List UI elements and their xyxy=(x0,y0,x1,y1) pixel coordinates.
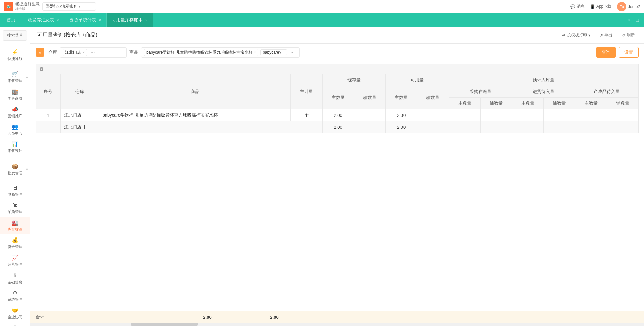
sidebar-item-quick-nav-label: 快捷导航 xyxy=(8,56,22,61)
col-warehouse: 仓库 xyxy=(60,74,99,109)
sidebar-item-ecommerce[interactable]: 🖥 电商管理 xyxy=(0,182,30,199)
cell-warehouse: 江北门店 xyxy=(60,109,99,121)
warehouse-filter-dots[interactable]: ··· xyxy=(89,49,96,55)
sidebar-search-btn[interactable]: 搜索菜单 xyxy=(3,30,27,41)
top-bar-right: 💬 消息 📱 App下载 Ea demo2 xyxy=(570,2,640,11)
col-purchase-aux: 辅数量 xyxy=(480,98,512,109)
window-maximize-btn[interactable]: □ xyxy=(635,17,640,23)
scrollbar-thumb[interactable] xyxy=(131,323,198,326)
table-area: ⚙ 序号 仓库 商品 主计量 现存量 可用量 预计入库量 主数量 辅数 xyxy=(30,61,644,311)
cell-stock-main: 2.00 xyxy=(322,109,354,121)
query-btn[interactable]: 查询 xyxy=(596,47,616,58)
sidebar-item-retail-stats[interactable]: 📊 零售统计 xyxy=(0,138,30,156)
sidebar: 搜索菜单 ⚡ 快捷导航 🛒 零售管理 ▲ 🏬 零售商城 📣 营销推广 xyxy=(0,27,30,326)
warehouse-tag-close[interactable]: × xyxy=(83,50,85,54)
cell-purchase-main xyxy=(449,109,480,121)
sidebar-item-quick-nav[interactable]: ⚡ 快捷导航 xyxy=(0,46,30,64)
content-area: 可用量查询(按仓库+商品) 🖨 按模板打印 ▾ ↗ 导出 ↻ 刷新 xyxy=(30,27,644,326)
goods-tag-1[interactable]: babycare学饮杯 儿童防摔防撞吸管杯重力球吸嘴杯宝宝水杯 × xyxy=(144,49,258,56)
settings-btn[interactable]: 设置 xyxy=(619,47,639,58)
enterprise-coop-icon: 🤝 xyxy=(12,307,18,314)
sidebar-retail-section: 🛒 零售管理 ▲ 🏬 零售商城 📣 营销推广 👥 会员中心 📊 零售统计 xyxy=(0,66,30,158)
wholesale-mgmt-expand-icon: ▼ xyxy=(25,168,29,171)
top-bar: 🏪 畅捷通好生意 标准版 母婴行业演示账套 ▾ 💬 消息 📱 App下载 Ea … xyxy=(0,0,644,13)
logo-area: 🏪 畅捷通好生意 标准版 xyxy=(4,2,40,11)
sidebar-item-member-center[interactable]: 👥 会员中心 xyxy=(0,121,30,138)
sidebar-item-finance[interactable]: 💰 资金管理 xyxy=(0,234,30,252)
goods-filter-field[interactable]: babycare学饮杯 儿童防摔防撞吸管杯重力球吸嘴杯宝宝水杯 × babyca… xyxy=(141,47,300,58)
user-action[interactable]: Ea demo2 xyxy=(617,2,640,11)
sidebar-item-purchase[interactable]: 🛍 采购管理 xyxy=(0,199,30,217)
wholesale-mgmt-icon: 📦 xyxy=(12,163,18,170)
sidebar-item-system[interactable]: ⚙ 系统管理 xyxy=(0,287,30,305)
export-icon: ↗ xyxy=(600,33,603,38)
sidebar-item-enterprise-coop[interactable]: 🤝 企业协同 xyxy=(0,305,30,322)
warehouse-tag[interactable]: 江北门店 × xyxy=(63,49,87,56)
tab-requisition-stats-label: 要货单统计表 xyxy=(70,17,96,23)
cell-production-main xyxy=(575,109,607,121)
tab-receive-summary[interactable]: 收发存汇总表 × xyxy=(22,13,64,27)
horizontal-scrollbar[interactable] xyxy=(30,323,644,326)
template-print-btn[interactable]: 🖨 按模板打印 ▾ xyxy=(559,31,593,39)
sidebar-item-basics[interactable]: ℹ 基础信息 xyxy=(0,270,30,287)
refresh-btn[interactable]: ↻ 刷新 xyxy=(619,31,637,39)
sidebar-item-operations[interactable]: 📈 经营管理 xyxy=(0,252,30,269)
tab-home[interactable]: 首页 xyxy=(0,13,22,27)
nav-window-controls: × □ xyxy=(623,13,644,27)
sidebar-item-retail-mall[interactable]: 🏬 零售商城 xyxy=(0,86,30,103)
sidebar-item-marketing[interactable]: 📣 营销推广 xyxy=(0,103,30,121)
sidebar-item-retail-mgmt-label: 零售管理 xyxy=(8,78,22,83)
filter-toggle-btn[interactable]: » xyxy=(36,48,44,57)
nav-tabs: 首页 收发存汇总表 × 要货单统计表 × 可用量库存账本 × × □ xyxy=(0,13,644,27)
message-action[interactable]: 💬 消息 xyxy=(570,4,585,9)
tab-receive-summary-label: 收发存汇总表 xyxy=(28,17,54,23)
tab-receive-summary-close[interactable]: × xyxy=(57,18,59,22)
sidebar-item-basics-label: 基础信息 xyxy=(8,280,22,284)
col-stock-group: 现存量 xyxy=(322,74,385,86)
marketing-icon: 📣 xyxy=(12,106,18,112)
sidebar-item-operations-label: 经营管理 xyxy=(8,262,22,267)
tab-available-stock[interactable]: 可用量库存账本 × xyxy=(107,13,153,27)
goods-filter-label: 商品 xyxy=(129,49,138,55)
export-label: 导出 xyxy=(604,32,612,38)
total-available-main: 2.00 xyxy=(258,315,291,320)
print-icon: 🖨 xyxy=(561,33,566,38)
goods-filter-dots[interactable]: ··· xyxy=(289,49,296,55)
goods-tag-2[interactable]: babycare?... xyxy=(260,49,287,55)
filter-actions: 查询 设置 xyxy=(596,47,639,58)
col-serial: 序号 xyxy=(36,74,61,109)
org-selector[interactable]: 母婴行业演示账套 ▾ xyxy=(42,2,96,11)
sidebar-wholesale-section: 📦 批发管理 ▼ xyxy=(0,158,30,180)
warehouse-filter-field[interactable]: 江北门店 × ··· xyxy=(60,47,127,58)
subtotal-available-aux xyxy=(417,121,449,133)
tab-available-stock-close[interactable]: × xyxy=(145,18,147,22)
sidebar-item-retail-mgmt[interactable]: 🛒 零售管理 ▲ xyxy=(0,68,30,86)
sidebar-item-inventory[interactable]: 🏭 库存核算 xyxy=(0,217,30,234)
sidebar-item-wholesale-mgmt[interactable]: 📦 批发管理 ▼ xyxy=(0,160,30,178)
main-layout: 搜索菜单 ⚡ 快捷导航 🛒 零售管理 ▲ 🏬 零售商城 📣 营销推广 xyxy=(0,27,644,326)
subtotal-production-aux xyxy=(607,121,638,133)
col-production-pending-group: 产成品待入量 xyxy=(575,86,639,98)
nav-spacer xyxy=(153,13,623,27)
col-goods: 商品 xyxy=(99,74,291,109)
tab-requisition-stats[interactable]: 要货单统计表 × xyxy=(64,13,106,27)
gear-icon[interactable]: ⚙ xyxy=(39,66,44,72)
app-download-action[interactable]: 📱 App下载 xyxy=(590,4,611,9)
page-header: 可用量查询(按仓库+商品) 🖨 按模板打印 ▾ ↗ 导出 ↻ 刷新 xyxy=(30,27,644,44)
window-close-btn[interactable]: × xyxy=(627,17,632,23)
sidebar-item-inventory-label: 库存核算 xyxy=(8,227,22,232)
sidebar-item-finance-label: 资金管理 xyxy=(8,244,22,249)
col-available-main: 主数量 xyxy=(386,86,417,109)
data-table: ⚙ 序号 仓库 商品 主计量 现存量 可用量 预计入库量 主数量 辅数 xyxy=(36,64,639,133)
avatar: Ea xyxy=(617,2,626,11)
newbie-guide-icon: 🎓 xyxy=(12,325,18,326)
chevron-down-icon: ▾ xyxy=(79,5,80,8)
tab-requisition-stats-close[interactable]: × xyxy=(99,18,101,22)
retail-mgmt-expand-icon: ▲ xyxy=(25,75,29,79)
export-btn[interactable]: ↗ 导出 xyxy=(597,31,615,39)
sidebar-item-newbie-guide[interactable]: 🎓 新手引导 xyxy=(0,322,30,326)
sidebar-item-retail-stats-label: 零售统计 xyxy=(8,148,22,153)
subtotal-purchase-aux xyxy=(480,121,512,133)
goods-tag-1-close[interactable]: × xyxy=(254,50,256,54)
retail-stats-icon: 📊 xyxy=(12,141,18,147)
